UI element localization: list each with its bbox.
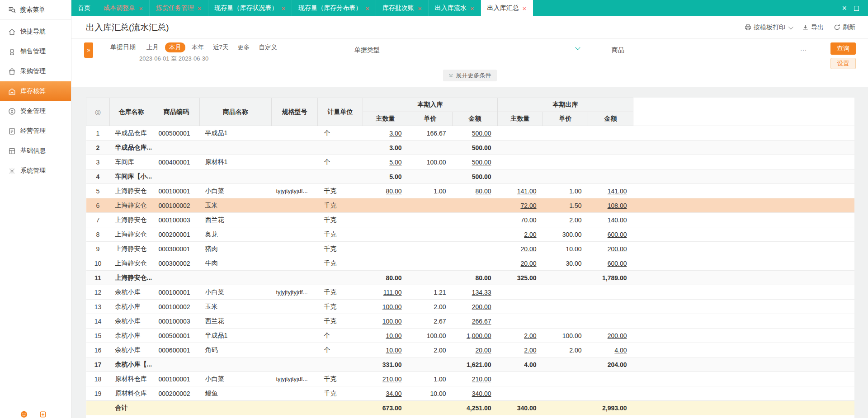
query-button[interactable]: 查询 — [830, 42, 856, 55]
date-quick-option[interactable]: 上月 — [144, 42, 161, 52]
date-quick-option[interactable]: 更多 — [235, 42, 253, 52]
tab-close-icon[interactable]: × — [282, 5, 286, 12]
tab-现存量（库存状况表）[interactable]: 现存量（库存状况表） × — [208, 0, 292, 16]
maximize-icon[interactable] — [854, 6, 859, 11]
drill-link[interactable]: 5.00 — [389, 159, 401, 166]
tab-close-icon[interactable]: × — [198, 5, 202, 12]
tab-首页[interactable]: 首页 — [71, 0, 97, 16]
table-row[interactable]: 2 半成品仓库... 3.00 500.00 — [86, 141, 855, 155]
print-by-template-button[interactable]: 按模板打印 — [745, 23, 792, 32]
tab-成本调整单[interactable]: 成本调整单 × — [97, 0, 150, 16]
drill-link[interactable]: 500.00 — [472, 130, 491, 137]
widget-icon[interactable] — [40, 411, 46, 418]
drill-link[interactable]: 200.00 — [608, 332, 627, 339]
drill-link[interactable]: 70.00 — [520, 216, 536, 224]
table-row[interactable]: 5 上海静安仓 000100001 小白菜 tyjyjtyjtyjdf... 千… — [86, 184, 855, 198]
close-icon[interactable]: × — [842, 4, 847, 12]
drill-link[interactable]: 10.00 — [386, 347, 401, 354]
table-row[interactable]: 14 余杭小库 000100003 西兰花 千克 100.00 2.67 266… — [86, 314, 855, 329]
table-row[interactable]: 1 半成品仓库 000500001 半成品1 个 3.00 166.67 500… — [86, 126, 855, 141]
date-quick-option[interactable]: 自定义 — [256, 42, 280, 52]
sidebar-item-sales[interactable]: 销售管理 — [0, 42, 71, 61]
assistant-icon[interactable] — [20, 410, 28, 418]
drill-link[interactable]: 500.00 — [472, 159, 491, 166]
tab-拣货任务管理[interactable]: 拣货任务管理 × — [150, 0, 208, 16]
sidebar-item-purchase[interactable]: 采购管理 — [0, 61, 71, 81]
drill-link[interactable]: 200.00 — [472, 303, 491, 310]
table-row[interactable]: 6 上海静安仓 000100002 玉米 千克 72.00 1.50 108.0… — [86, 198, 855, 213]
tab-出入库流水[interactable]: 出入库流水 × — [429, 0, 481, 16]
drill-link[interactable]: 80.00 — [475, 188, 491, 195]
sidebar-item-home[interactable]: 快捷导航 — [0, 22, 71, 42]
drill-link[interactable]: 2.00 — [524, 332, 536, 339]
sidebar-item-basic[interactable]: 基础信息 — [0, 141, 71, 161]
tab-库存批次账[interactable]: 库存批次账 × — [376, 0, 429, 16]
drill-link[interactable]: 141.00 — [608, 188, 627, 195]
drill-link[interactable]: 4.00 — [614, 347, 627, 354]
drill-link[interactable]: 111.00 — [383, 289, 402, 296]
drill-link[interactable]: 72.00 — [520, 202, 536, 209]
date-quick-option[interactable]: 近7天 — [210, 42, 231, 52]
tab-close-icon[interactable]: × — [365, 5, 369, 12]
drill-link[interactable]: 134.33 — [472, 289, 491, 296]
product-input[interactable]: ... — [632, 43, 808, 54]
drill-link[interactable]: 141.00 — [517, 188, 537, 195]
settings-button[interactable]: 设置 — [830, 58, 856, 69]
gear-icon[interactable]: ◎ — [95, 108, 101, 116]
drill-link[interactable]: 3.00 — [389, 130, 401, 137]
date-quick-option[interactable]: 本年 — [189, 42, 207, 52]
drill-link[interactable]: 600.00 — [608, 231, 627, 238]
table-row[interactable]: 9 上海静安仓 000300001 猪肉 千克 20.00 10.00 200.… — [86, 242, 855, 256]
sidebar-item-funds[interactable]: 资金管理 — [0, 101, 71, 121]
drill-link[interactable]: 34.00 — [386, 390, 401, 397]
table-row[interactable]: 19 原材料仓库 000200002 鳗鱼 千克 34.00 10.00 340… — [86, 386, 855, 401]
tab-出入库汇总[interactable]: 出入库汇总 × — [481, 0, 533, 16]
sidebar-item-system[interactable]: 系统管理 — [0, 161, 71, 181]
drill-link[interactable]: 20.00 — [520, 260, 536, 267]
table-row[interactable]: 15 余杭小库 000500001 半成品1 个 10.00 100.00 1,… — [86, 329, 855, 343]
table-row[interactable]: 13 余杭小库 000100002 玉米 千克 100.00 2.00 200.… — [86, 300, 855, 314]
expand-more-button[interactable]: 展开更多条件 — [443, 70, 497, 81]
sidebar-item-inventory[interactable]: 库存核算 — [0, 81, 71, 101]
drill-link[interactable]: 2.00 — [524, 347, 536, 354]
table-row[interactable]: 17 余杭小库【... 331.00 1,621.00 4.00 204.00 — [86, 357, 855, 372]
drill-link[interactable]: 210.00 — [472, 376, 491, 383]
drill-link[interactable]: 600.00 — [608, 260, 627, 267]
tab-close-icon[interactable]: × — [523, 5, 527, 12]
table-row[interactable]: 7 上海静安仓 000100003 西兰花 千克 70.00 2.00 140.… — [86, 213, 855, 227]
table-row[interactable]: 11 上海静安仓... 80.00 80.00 325.00 1,789.00 — [86, 271, 855, 285]
tab-close-icon[interactable]: × — [139, 5, 143, 12]
drill-link[interactable]: 20.00 — [520, 245, 536, 253]
tab-现存量（库存分布表）[interactable]: 现存量（库存分布表） × — [292, 0, 376, 16]
drill-link[interactable]: 2.00 — [524, 231, 536, 238]
drill-link[interactable]: 210.00 — [382, 376, 402, 383]
table-row[interactable]: 12 余杭小库 000100001 小白菜 tyjyjtyjtyjdf... 千… — [86, 285, 855, 300]
drill-link[interactable]: 140.00 — [608, 216, 627, 224]
drill-link[interactable]: 1,000.00 — [467, 332, 491, 339]
drill-link[interactable]: 100.00 — [382, 303, 402, 310]
drill-link[interactable]: 10.00 — [386, 332, 401, 339]
ellipsis-icon[interactable]: ... — [800, 45, 807, 52]
drill-link[interactable]: 80.00 — [386, 188, 401, 195]
export-button[interactable]: 导出 — [802, 23, 824, 32]
table-row[interactable]: 10 上海静安仓 000300002 牛肉 千克 20.00 30.00 600… — [86, 256, 855, 271]
date-range-value[interactable]: 2023-06-01 至 2023-06-30 — [139, 55, 280, 63]
table-row[interactable]: 合计 673.00 4,251.00 340.00 2,993.00 — [86, 401, 855, 415]
drill-link[interactable]: 340.00 — [472, 390, 491, 397]
table-row[interactable]: 16 余杭小库 000600001 角码 个 10.00 2.00 20.00 … — [86, 343, 855, 357]
tab-close-icon[interactable]: × — [470, 5, 474, 12]
date-quick-option[interactable]: 本月 — [165, 42, 185, 52]
table-row[interactable]: 4 车间库【小... 5.00 500.00 — [86, 169, 855, 184]
refresh-button[interactable]: 刷新 — [834, 23, 855, 32]
drill-link[interactable]: 108.00 — [608, 202, 627, 209]
table-row[interactable]: 8 上海静安仓 000200001 奥龙 千克 2.00 300.00 600.… — [86, 227, 855, 242]
table-row[interactable]: 18 原材料仓库 000100001 小白菜 tyjyjtyjtyjdf... … — [86, 372, 855, 386]
sidebar-search-menu[interactable]: 搜索菜单 — [0, 0, 71, 20]
table-row[interactable]: 3 车间库 000400001 原材料1 个 5.00 100.00 500.0… — [86, 155, 855, 169]
tab-close-icon[interactable]: × — [418, 5, 422, 12]
drill-link[interactable]: 100.00 — [382, 318, 402, 325]
drill-link[interactable]: 20.00 — [475, 347, 491, 354]
sidebar-item-business[interactable]: 经营管理 — [0, 121, 71, 141]
collapse-filter-button[interactable]: » — [84, 42, 93, 58]
doc-type-select[interactable] — [387, 43, 581, 54]
